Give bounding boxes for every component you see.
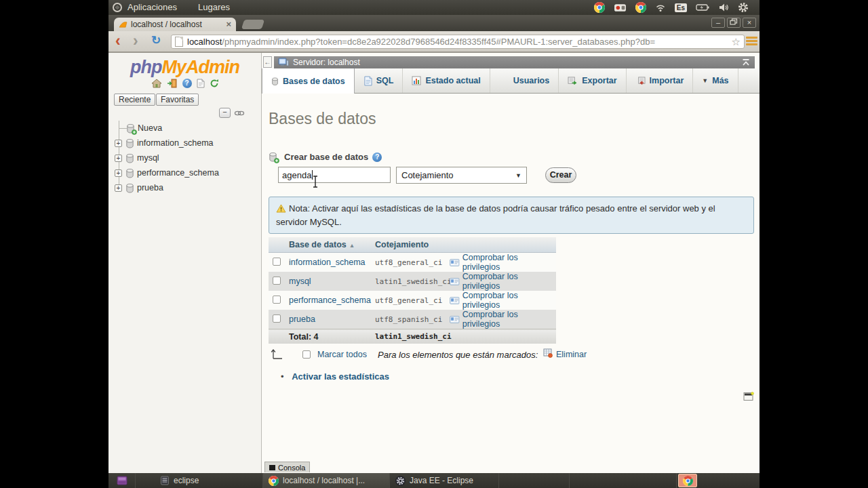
database-link[interactable]: performance_schema [289,296,371,305]
check-privileges-link[interactable]: Comprobar los privilegios [462,272,556,291]
browser-titlebar: localhost / localhost × – × [108,15,760,31]
new-database-icon [269,152,277,162]
check-all-checkbox[interactable] [302,350,311,359]
recent-button[interactable]: Reciente [114,94,155,106]
favorites-button[interactable]: Favoritas [156,94,199,106]
chrome-tray-icon-2[interactable] [635,2,646,13]
volume-icon[interactable] [718,2,729,13]
create-button[interactable]: Crear [545,167,576,183]
database-icon [125,183,134,193]
url-host: localhost [187,37,222,47]
column-header-collation[interactable]: Cotejamiento [371,237,447,253]
tab-close-icon[interactable]: × [226,20,231,28]
taskbar-chrome-notification[interactable] [678,474,697,487]
menu-lugares[interactable]: Lugares [198,2,230,12]
tree-item-prueba[interactable]: + prueba [115,180,163,195]
column-header-database[interactable]: Base de datos▴ [285,237,371,253]
row-checkbox[interactable] [273,296,281,304]
sidebar-icon-row: ? [108,79,261,88]
check-all-link[interactable]: Marcar todos [317,350,367,359]
forward-button[interactable]: › [133,32,138,50]
keyboard-layout-indicator[interactable]: Es [675,3,687,12]
tree-item-performance-schema[interactable]: + performance_schema [115,165,219,180]
sort-asc-icon: ▴ [351,242,354,249]
reload-button[interactable]: ↻ [151,33,161,47]
tree-item-new[interactable]: Nueva [126,121,162,136]
privileges-icon [450,316,460,323]
collapse-all-icon[interactable]: − [219,108,231,118]
taskbar-empty-cell [499,473,570,488]
chrome-tray-icon[interactable] [594,2,605,13]
tab-estado-actual[interactable]: Estado actual [403,68,490,93]
check-privileges-link[interactable]: Comprobar los privilegios [462,253,556,272]
chrome-icon [683,476,693,486]
check-privileges-link[interactable]: Comprobar los privilegios [462,310,556,329]
database-name-input[interactable]: agenda [278,167,391,183]
help-icon[interactable]: ? [372,152,382,162]
scroll-to-top-icon[interactable] [741,58,751,66]
tab-mas[interactable]: ▼ Más [693,68,738,93]
collation-value: utf8_spanish_ci [371,310,447,329]
expand-icon[interactable]: + [115,155,122,162]
console-toggle[interactable]: Consola [264,462,310,472]
expand-icon[interactable]: + [115,184,122,192]
tree-controls: − [219,108,245,118]
pma-tab-strip: Bases de datos SQL Estado actual Usuario… [262,68,760,94]
expand-icon[interactable]: + [115,169,122,177]
collation-select[interactable]: Cotejamiento ▼ [396,167,527,184]
taskbar-launcher[interactable] [108,473,136,488]
database-link[interactable]: prueba [289,314,315,324]
tab-bases-de-datos[interactable]: Bases de datos [262,68,355,94]
row-checkbox[interactable] [273,258,281,266]
taskbar-item-java-eclipse[interactable]: Java EE - Eclipse [390,473,499,488]
tab-sql[interactable]: SQL [355,68,403,93]
taskbar-item-chrome[interactable]: localhost / localhost |... [263,473,390,488]
browser-tab[interactable]: localhost / localhost × [114,18,236,31]
wifi-icon[interactable] [655,2,666,13]
row-checkbox[interactable] [273,314,281,323]
close-window-button[interactable]: × [743,18,756,28]
with-selected-label: Para los elementos que están marcados: [378,350,538,360]
link-icon[interactable] [234,110,245,117]
minimize-button[interactable]: – [711,18,725,28]
menu-aplicaciones[interactable]: Aplicaciones [127,2,177,12]
import-icon [635,77,646,85]
database-link[interactable]: mysql [289,277,311,286]
reload-navigation-icon[interactable] [210,79,219,88]
page-title: Bases de datos [269,110,376,128]
restore-button[interactable] [727,18,741,28]
help-icon[interactable]: ? [182,79,192,88]
logout-icon[interactable] [167,79,178,88]
session-gear-icon[interactable] [738,2,749,13]
tree-item-information-schema[interactable]: + information_schema [115,136,214,150]
expand-icon[interactable]: + [115,140,122,147]
delete-link[interactable]: Eliminar [556,350,587,359]
check-privileges-link[interactable]: Comprobar los privilegios [462,291,556,310]
database-link[interactable]: information_schema [289,258,366,267]
browser-menu-icon[interactable] [746,37,757,45]
address-bar[interactable]: localhost /phpmyadmin/index.php?token=dc… [171,35,745,49]
tab-importar[interactable]: Importar [627,68,694,93]
open-new-window-icon[interactable] [743,392,754,401]
tree-item-mysql[interactable]: + mysql [115,150,159,165]
enable-statistics-link[interactable]: Activar las estadísticas [292,371,389,382]
taskbar: eclipse localhost / localhost |... Java … [108,473,760,488]
docs-icon[interactable] [197,79,205,88]
back-button[interactable]: ‹ [115,32,121,50]
chrome-icon [269,476,279,486]
distributor-logo-icon[interactable] [113,3,122,12]
battery-icon[interactable] [696,3,709,12]
home-icon[interactable] [151,79,162,88]
bookmark-star-icon[interactable]: ☆ [732,37,741,47]
screen-recorder-icon[interactable] [614,3,627,12]
total-collation: latin1_swedish_ci [371,329,447,344]
desktop-screen: Aplicaciones Lugares Es localhost / loca… [108,0,760,488]
new-tab-button[interactable] [241,20,265,29]
java-eclipse-icon [395,476,406,486]
taskbar-item-eclipse[interactable]: eclipse [136,473,263,488]
row-checkbox[interactable] [273,277,281,285]
table-row: mysql latin1_swedish_ci Comprobar los pr… [269,272,556,291]
collapse-sidebar-button[interactable]: ← [263,56,272,68]
tab-usuarios[interactable]: Usuarios [490,68,559,93]
tab-exportar[interactable]: Exportar [559,68,626,93]
